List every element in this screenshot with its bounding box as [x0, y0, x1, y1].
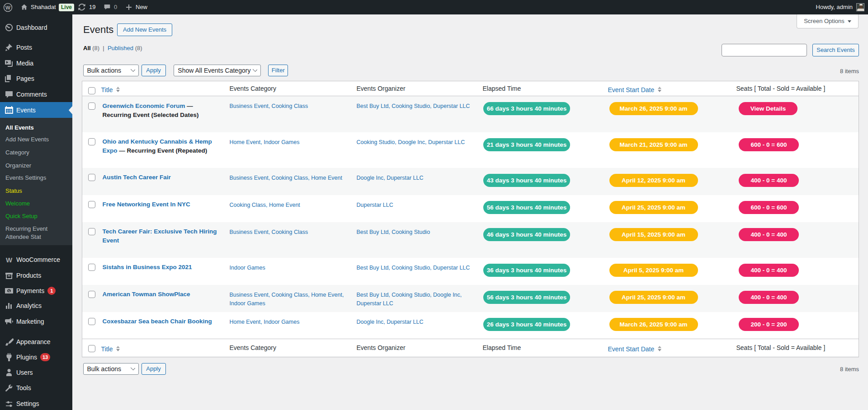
svg-text:W: W [5, 5, 10, 10]
svg-text:W: W [6, 256, 13, 264]
